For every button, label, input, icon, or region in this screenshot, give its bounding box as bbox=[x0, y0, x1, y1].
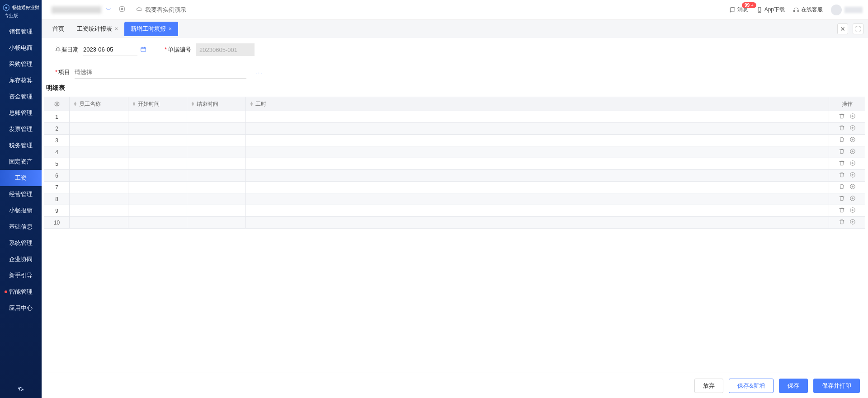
table-row[interactable]: 2 bbox=[44, 123, 865, 135]
tab-0[interactable]: 首页 bbox=[46, 22, 71, 36]
sidebar-item-17[interactable]: 应用中心 bbox=[0, 300, 42, 316]
sidebar-item-2[interactable]: 采购管理 bbox=[0, 56, 42, 72]
column-settings[interactable] bbox=[44, 97, 70, 111]
cell-hours[interactable] bbox=[246, 123, 829, 134]
cell-employee[interactable] bbox=[70, 182, 128, 193]
th-employee[interactable]: ▲▼员工名称 bbox=[70, 97, 128, 111]
cell-employee[interactable] bbox=[70, 123, 128, 134]
table-row[interactable]: 10 bbox=[44, 217, 865, 229]
demo-link[interactable]: 我要看实例演示 bbox=[136, 6, 186, 14]
cell-end[interactable] bbox=[187, 182, 246, 193]
cell-employee[interactable] bbox=[70, 170, 128, 181]
table-row[interactable]: 3 bbox=[44, 135, 865, 146]
table-row[interactable]: 9 bbox=[44, 205, 865, 217]
tab-close-icon[interactable]: × bbox=[115, 26, 118, 32]
cell-end[interactable] bbox=[187, 170, 246, 181]
cell-end[interactable] bbox=[187, 217, 246, 228]
save-button[interactable]: 保存 bbox=[779, 379, 808, 393]
table-row[interactable]: 6 bbox=[44, 170, 865, 182]
row-add-button[interactable] bbox=[849, 195, 856, 203]
sidebar-item-9[interactable]: 工资 bbox=[0, 170, 42, 186]
row-delete-button[interactable] bbox=[839, 160, 845, 168]
row-delete-button[interactable] bbox=[839, 136, 845, 144]
tab-fullscreen[interactable] bbox=[853, 23, 863, 34]
row-delete-button[interactable] bbox=[839, 207, 845, 215]
sidebar-item-3[interactable]: 库存核算 bbox=[0, 72, 42, 89]
row-delete-button[interactable] bbox=[839, 195, 845, 203]
online-service-button[interactable]: 在线客服 bbox=[793, 6, 823, 14]
cell-end[interactable] bbox=[187, 146, 246, 158]
row-delete-button[interactable] bbox=[839, 148, 845, 156]
sidebar-item-12[interactable]: 基础信息 bbox=[0, 219, 42, 235]
cell-start[interactable] bbox=[128, 111, 187, 122]
sidebar-item-8[interactable]: 固定资产 bbox=[0, 154, 42, 170]
cell-hours[interactable] bbox=[246, 146, 829, 158]
cell-hours[interactable] bbox=[246, 111, 829, 122]
sidebar-item-0[interactable]: 销售管理 bbox=[0, 23, 42, 40]
cell-end[interactable] bbox=[187, 158, 246, 169]
th-hours[interactable]: ▲▼工时 bbox=[246, 97, 829, 111]
row-delete-button[interactable] bbox=[839, 219, 845, 226]
app-download-button[interactable]: App下载 bbox=[756, 6, 785, 14]
project-input[interactable] bbox=[75, 66, 246, 79]
messages-button[interactable]: 消息 99 + bbox=[729, 6, 748, 14]
sidebar-item-15[interactable]: 新手引导 bbox=[0, 267, 42, 284]
cell-employee[interactable] bbox=[70, 146, 128, 158]
cell-end[interactable] bbox=[187, 135, 246, 146]
cell-hours[interactable] bbox=[246, 205, 829, 216]
tab-2[interactable]: 新增工时填报× bbox=[124, 22, 178, 36]
cell-end[interactable] bbox=[187, 111, 246, 122]
cell-start[interactable] bbox=[128, 217, 187, 228]
user-menu[interactable] bbox=[831, 5, 863, 15]
cell-employee[interactable] bbox=[70, 135, 128, 146]
cell-hours[interactable] bbox=[246, 135, 829, 146]
cell-employee[interactable] bbox=[70, 158, 128, 169]
sidebar-item-1[interactable]: 小畅电商 bbox=[0, 40, 42, 56]
cell-start[interactable] bbox=[128, 146, 187, 158]
row-add-button[interactable] bbox=[849, 148, 856, 156]
cell-start[interactable] bbox=[128, 135, 187, 146]
cell-employee[interactable] bbox=[70, 193, 128, 205]
cell-employee[interactable] bbox=[70, 217, 128, 228]
row-delete-button[interactable] bbox=[839, 183, 845, 191]
row-add-button[interactable] bbox=[849, 219, 856, 226]
cell-start[interactable] bbox=[128, 205, 187, 216]
sidebar-item-16[interactable]: 智能管理 bbox=[0, 284, 42, 300]
save-and-print-button[interactable]: 保存并打印 bbox=[813, 379, 860, 393]
discard-button[interactable]: 放弃 bbox=[694, 379, 723, 393]
cell-start[interactable] bbox=[128, 193, 187, 205]
tab-close-all[interactable] bbox=[837, 23, 848, 34]
table-row[interactable]: 5 bbox=[44, 158, 865, 170]
th-end[interactable]: ▲▼结束时间 bbox=[187, 97, 246, 111]
save-and-new-button[interactable]: 保存&新增 bbox=[729, 379, 774, 393]
sidebar-item-14[interactable]: 企业协同 bbox=[0, 251, 42, 267]
row-delete-button[interactable] bbox=[839, 113, 845, 121]
sidebar-item-5[interactable]: 总账管理 bbox=[0, 105, 42, 121]
cell-hours[interactable] bbox=[246, 158, 829, 169]
cell-hours[interactable] bbox=[246, 170, 829, 181]
row-add-button[interactable] bbox=[849, 160, 856, 168]
cell-end[interactable] bbox=[187, 193, 246, 205]
sidebar-item-4[interactable]: 资金管理 bbox=[0, 89, 42, 105]
sidebar-item-6[interactable]: 发票管理 bbox=[0, 121, 42, 137]
cell-start[interactable] bbox=[128, 170, 187, 181]
cell-end[interactable] bbox=[187, 205, 246, 216]
cell-hours[interactable] bbox=[246, 217, 829, 228]
cell-start[interactable] bbox=[128, 123, 187, 134]
table-row[interactable]: 8 bbox=[44, 193, 865, 205]
sidebar-item-7[interactable]: 税务管理 bbox=[0, 137, 42, 154]
table-row[interactable]: 7 bbox=[44, 182, 865, 193]
row-delete-button[interactable] bbox=[839, 125, 845, 132]
cell-employee[interactable] bbox=[70, 111, 128, 122]
tab-close-icon[interactable]: × bbox=[169, 26, 172, 32]
cell-end[interactable] bbox=[187, 123, 246, 134]
cell-hours[interactable] bbox=[246, 193, 829, 205]
project-more-button[interactable]: ··· bbox=[255, 69, 263, 76]
sidebar-item-11[interactable]: 小畅报销 bbox=[0, 202, 42, 219]
cell-employee[interactable] bbox=[70, 205, 128, 216]
row-add-button[interactable] bbox=[849, 125, 856, 132]
calendar-button[interactable] bbox=[140, 46, 146, 54]
doc-date-input[interactable] bbox=[83, 43, 137, 56]
row-add-button[interactable] bbox=[849, 113, 856, 121]
cell-start[interactable] bbox=[128, 182, 187, 193]
